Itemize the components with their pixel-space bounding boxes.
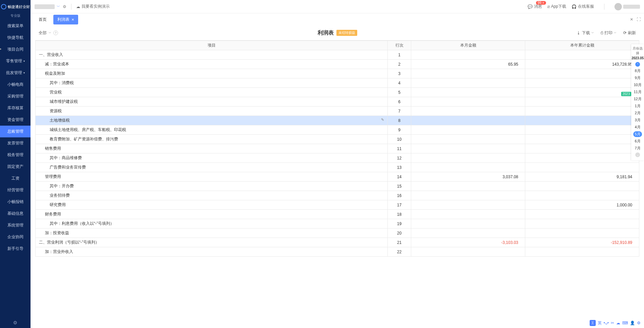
period-month[interactable]: 8月	[635, 68, 640, 74]
service-button[interactable]: 🎧 在线客服	[572, 4, 594, 9]
period-month[interactable]: 2月	[635, 110, 640, 116]
period-month[interactable]: 6月	[635, 138, 640, 144]
chevron-down-icon: ﹀	[49, 31, 51, 35]
brand-logo: 畅捷通好业财	[0, 0, 31, 13]
period-month[interactable]: 7月	[635, 145, 640, 151]
cell-item: 管理费用	[36, 172, 388, 182]
sidebar-item-16[interactable]: 基础信息	[0, 208, 31, 219]
sidebar-item-18[interactable]: 企业协同	[0, 231, 31, 243]
period-month[interactable]: 3月	[635, 117, 640, 123]
cell-month	[411, 50, 525, 60]
sidebar-item-14[interactable]: 经营管理	[0, 184, 31, 196]
table-row[interactable]: 其中：消费税4	[36, 78, 639, 88]
sidebar-item-3[interactable]: 零售管理▾	[0, 55, 31, 67]
sidebar-item-15[interactable]: 小畅报销	[0, 196, 31, 208]
table-row[interactable]: 减：营业成本265.95143,728.95	[36, 60, 639, 69]
table-row[interactable]: 业务招待费16	[36, 191, 639, 200]
period-month[interactable]: 11月	[634, 89, 641, 95]
sidebar-item-13[interactable]: 工资	[0, 173, 31, 184]
tab-home[interactable]: 首页	[35, 15, 51, 24]
cell-item: 加：投资收益	[36, 228, 388, 238]
ime-person-icon[interactable]: 👤	[630, 321, 635, 325]
help-icon[interactable]: ?	[53, 30, 58, 35]
download-button[interactable]: ⎚ App下载	[547, 4, 566, 9]
table-row[interactable]: 其中：开办费15	[36, 182, 639, 191]
cell-month	[411, 78, 525, 88]
ime-lang[interactable]: 英	[598, 320, 602, 326]
cell-rownum: 21	[388, 238, 411, 247]
table-row[interactable]: 土地增值税✎8	[36, 116, 639, 125]
ime-cloud-icon[interactable]: ☁	[616, 321, 620, 325]
ime-wang[interactable]: 王	[590, 320, 596, 326]
sidebar-item-19[interactable]: 新手引导	[0, 243, 31, 255]
sidebar-item-6[interactable]: 采购管理	[0, 90, 31, 102]
cell-year	[525, 182, 639, 191]
table-row[interactable]: 营业税5	[36, 88, 639, 97]
table-row[interactable]: 一、营业收入1	[36, 50, 639, 60]
refresh-button[interactable]: ⟳ 刷新	[623, 30, 636, 36]
table-row[interactable]: 资源税7	[36, 107, 639, 116]
sidebar-item-9[interactable]: 总账管理	[0, 126, 31, 137]
table-row[interactable]: 其中：利息费用（收入以“-”号填列）19	[36, 219, 639, 228]
sidebar-item-17[interactable]: 系统管理	[0, 219, 31, 231]
sidebar-item-0[interactable]: 搜索菜单	[0, 20, 31, 32]
sidebar-item-2[interactable]: 项目合同	[0, 44, 31, 55]
period-month[interactable]: 10月	[634, 82, 641, 88]
tab-profit[interactable]: 利润表 ✕	[53, 15, 78, 24]
fullscreen-icon[interactable]: ⛶	[637, 17, 641, 22]
tenant-name	[35, 4, 55, 9]
messages-button[interactable]: 💬 消息 99 +	[528, 4, 542, 9]
sidebar-settings[interactable]: ⚙	[0, 317, 31, 328]
cell-month	[411, 144, 525, 153]
sidebar-item-1[interactable]: 快捷导航	[0, 32, 31, 44]
sidebar-item-7[interactable]: 库存核算	[0, 102, 31, 114]
period-month[interactable]: 9月	[635, 75, 640, 81]
table-row[interactable]: 财务费用18	[36, 210, 639, 219]
settings-icon[interactable]: ⚙	[63, 4, 66, 9]
cell-rownum: 16	[388, 191, 411, 200]
ime-mic-icon[interactable]: •ᴗ•	[604, 321, 609, 325]
print-button[interactable]: ⎙ 打印 ﹀	[601, 30, 616, 36]
tenant-selector[interactable]: ﹀	[35, 4, 60, 9]
ime-gear-icon[interactable]: ⚙	[637, 321, 641, 325]
table-row[interactable]: 研究费用171,000.00	[36, 200, 639, 210]
table-row[interactable]: 税金及附加3	[36, 69, 639, 78]
sidebar-item-4[interactable]: 批发管理▾	[0, 67, 31, 79]
cell-year	[525, 69, 639, 78]
sidebar-item-12[interactable]: 固定资产	[0, 161, 31, 173]
table-row[interactable]: 其中：商品维修费12	[36, 153, 639, 163]
ime-scissors-icon[interactable]: ✂	[611, 321, 614, 325]
profit-table-wrap[interactable]: 项目 行次 本月金额 本年累计金额 一、营业收入1减：营业成本265.95143…	[35, 40, 639, 328]
close-icon[interactable]: ✕	[71, 18, 74, 21]
table-row[interactable]: 广告费和业务宣传费13	[36, 163, 639, 172]
table-row[interactable]: 销售费用11	[36, 144, 639, 153]
sidebar-item-10[interactable]: 发票管理	[0, 137, 31, 149]
edit-icon[interactable]: ✎	[381, 118, 384, 122]
user-menu[interactable]	[614, 3, 640, 10]
sidebar-item-11[interactable]: 税务管理	[0, 149, 31, 161]
demo-link[interactable]: ☁ 我要看实例演示	[76, 4, 110, 9]
period-month[interactable]: 4月	[635, 124, 640, 130]
scope-selector[interactable]: 全部 ﹀ ?	[39, 30, 58, 36]
cell-rownum: 3	[388, 69, 411, 78]
ime-keyboard-icon[interactable]: ⌨	[622, 321, 628, 325]
tabs-close-all[interactable]: ✕	[630, 17, 633, 22]
status-badge: 未结转损益	[336, 30, 357, 36]
cell-year	[525, 163, 639, 172]
table-row[interactable]: 城市维护建设税6	[36, 97, 639, 107]
period-month[interactable]: 1月	[635, 103, 640, 109]
sidebar-item-8[interactable]: 资金管理	[0, 114, 31, 126]
table-row[interactable]: 管理费用143,037.089,181.94	[36, 172, 639, 182]
table-row[interactable]: 二、营业利润（亏损以“-”号填列）21-3,103.03-152,910.89	[36, 238, 639, 247]
period-month[interactable]: 5月	[633, 131, 642, 137]
download-button[interactable]: ⭳ 下载 ﹀	[577, 30, 594, 36]
period-next[interactable]: ⌄	[635, 152, 640, 157]
table-row[interactable]: 教育费附加、矿产资源补偿费、排污费10	[36, 135, 639, 144]
period-month[interactable]: 12月	[634, 96, 641, 102]
table-row[interactable]: 加：投资收益20	[36, 228, 639, 238]
period-prev[interactable]: ⌃	[635, 62, 640, 67]
year-tag: 2023	[621, 92, 631, 96]
table-row[interactable]: 城镇土地使用税、房产税、车船税、印花税9	[36, 125, 639, 135]
sidebar-item-5[interactable]: 小畅电商	[0, 79, 31, 90]
table-row[interactable]: 加：营业外收入22	[36, 247, 639, 257]
